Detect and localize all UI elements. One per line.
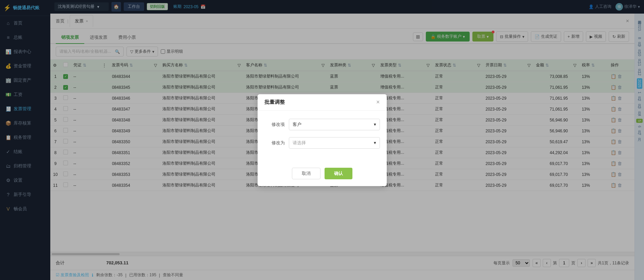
modal-body: 修改项 客户 ▾ 修改为 请选择 ▾ (258, 111, 387, 164)
confirm-btn[interactable]: 确认 (325, 168, 352, 179)
modal-close-btn[interactable]: × (376, 99, 380, 105)
batch-adjust-modal: 批量调整 × 修改项 客户 ▾ 修改为 请选择 ▾ 取消 确认 (258, 94, 387, 186)
change-dropdown-icon: ▾ (374, 140, 376, 145)
modal-field-select[interactable]: 客户 ▾ (289, 119, 380, 130)
modal-change-label: 修改为 (264, 140, 285, 146)
modal-overlay[interactable]: 批量调整 × 修改项 客户 ▾ 修改为 请选择 ▾ 取消 确认 (0, 0, 644, 280)
modal-field-label: 修改项 (264, 121, 285, 128)
modal-change-select[interactable]: 请选择 ▾ (289, 137, 380, 149)
modal-change-row: 修改为 请选择 ▾ (264, 137, 380, 149)
modal-change-placeholder: 请选择 (293, 140, 306, 146)
modal-field-value: 客户 (293, 121, 301, 128)
modal-title: 批量调整 (264, 99, 285, 105)
modal-footer: 取消 确认 (258, 164, 387, 186)
modal-header: 批量调整 × (258, 94, 387, 111)
field-dropdown-icon: ▾ (374, 122, 376, 127)
modal-field-row: 修改项 客户 ▾ (264, 119, 380, 130)
cancel-btn[interactable]: 取消 (292, 168, 320, 179)
